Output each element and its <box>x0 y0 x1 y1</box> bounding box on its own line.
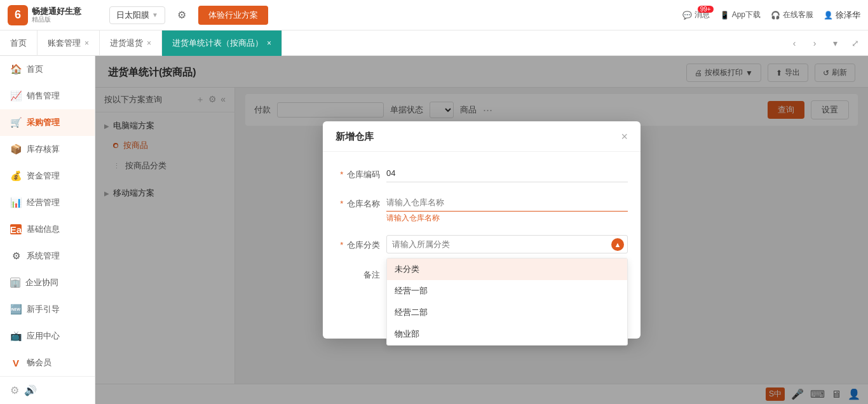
category-arrow-icon[interactable]: ▲ <box>611 238 624 251</box>
sidebar-item-basic-label: 基础信息 <box>27 224 60 235</box>
sidebar: 🏠 首页 📈 销售管理 🛒 采购管理 📦 库存核算 💰 资金管理 📊 经营管理 … <box>0 56 95 404</box>
sidebar-item-system[interactable]: ⚙ 系统管理 <box>0 243 95 269</box>
form-row-name: * 仓库名称 请输入仓库名称 <box>336 194 628 224</box>
store-name: 日太阳膜 <box>116 10 149 21</box>
name-input[interactable] <box>386 194 628 212</box>
message-button[interactable]: 💬 99+ 消息 <box>682 10 710 20</box>
modal-body: * 仓库编码 * 仓库名称 <box>323 152 641 300</box>
sidebar-item-inventory[interactable]: 📦 库存核算 <box>0 136 95 163</box>
home-icon: 🏠 <box>10 64 22 75</box>
inventory-icon: 📦 <box>10 144 22 155</box>
sidebar-item-finance-label: 资金管理 <box>27 170 60 182</box>
tab-controls: ‹ › ▾ ⤢ <box>784 33 868 53</box>
tab-menu-button[interactable]: ▾ <box>825 33 845 53</box>
notes-label: 备注 <box>336 265 386 281</box>
vip-icon: V <box>10 358 22 368</box>
tab-purchase-stat-close[interactable]: × <box>267 39 271 48</box>
dropdown-item-0[interactable]: 未分类 <box>387 259 627 280</box>
phone-icon: 📱 <box>720 11 729 20</box>
sidebar-item-basic[interactable]: Ea 基础信息 <box>0 216 95 243</box>
appcenter-icon: 📺 <box>10 330 22 342</box>
name-label: * 仓库名称 <box>336 194 386 210</box>
category-input[interactable] <box>386 235 628 253</box>
dropdown-item-3[interactable]: 物业部 <box>387 323 627 345</box>
sidebar-item-appcenter[interactable]: 📺 应用中心 <box>0 323 95 349</box>
tab-purchase-return-label: 进货退货 <box>110 37 143 49</box>
store-arrow-icon: ▼ <box>152 11 158 18</box>
settings-icon[interactable]: ⚙ <box>172 5 192 25</box>
purchase-icon: 🛒 <box>10 117 22 128</box>
app-download-label: App下载 <box>732 10 761 20</box>
user-avatar-icon: 👤 <box>824 11 833 20</box>
sidebar-item-guide-label: 新手引导 <box>27 304 60 315</box>
sales-icon: 📈 <box>10 90 22 102</box>
user-menu[interactable]: 👤 徐泽华 <box>824 10 860 21</box>
online-service-label: 在线客服 <box>783 10 813 20</box>
form-row-code: * 仓库编码 <box>336 165 628 182</box>
tab-fullscreen-button[interactable]: ⤢ <box>845 33 865 53</box>
sidebar-item-sales[interactable]: 📈 销售管理 <box>0 83 95 109</box>
tab-account-label: 账套管理 <box>48 37 81 49</box>
basic-info-icon: Ea <box>10 224 22 234</box>
finance-icon: 💰 <box>10 170 22 182</box>
sidebar-item-collab-label: 企业协同 <box>25 277 58 288</box>
tab-purchase-stat[interactable]: 进货单统计表（按商品） × <box>162 30 282 56</box>
guide-icon: 🆕 <box>10 304 22 315</box>
message-icon: 💬 <box>682 11 692 20</box>
code-label: * 仓库编码 <box>336 165 386 180</box>
sidebar-item-collab[interactable]: 🏢 企业协同 <box>0 269 95 296</box>
top-right-area: 💬 99+ 消息 📱 App下载 🎧 在线客服 👤 徐泽华 <box>682 10 860 21</box>
code-input[interactable] <box>386 165 628 182</box>
dropdown-item-1[interactable]: 经营一部 <box>387 280 627 302</box>
dropdown-item-2[interactable]: 经营二部 <box>387 302 627 323</box>
tab-prev-button[interactable]: ‹ <box>784 33 804 53</box>
code-field <box>386 165 628 182</box>
sidebar-item-operation[interactable]: 📊 经营管理 <box>0 189 95 216</box>
sidebar-item-system-label: 系统管理 <box>27 250 60 262</box>
audio-icon[interactable]: 🔊 <box>24 384 37 396</box>
form-row-category: * 仓库分类 ▲ 未分类 经营一部 经 <box>336 235 628 253</box>
sidebar-item-operation-label: 经营管理 <box>27 197 60 208</box>
store-selector[interactable]: 日太阳膜 ▼ <box>109 6 165 24</box>
headset-icon: 🎧 <box>771 11 780 20</box>
trial-button[interactable]: 体验行业方案 <box>198 6 268 25</box>
sidebar-item-guide[interactable]: 🆕 新手引导 <box>0 296 95 323</box>
settings-bottom-icon[interactable]: ⚙ <box>10 384 19 396</box>
sidebar-item-vip[interactable]: V 畅会员 <box>0 349 95 376</box>
sidebar-item-vip-label: 畅会员 <box>27 357 51 368</box>
sidebar-item-appcenter-label: 应用中心 <box>27 330 60 342</box>
sidebar-item-finance[interactable]: 💰 资金管理 <box>0 163 95 189</box>
sidebar-item-purchase-label: 采购管理 <box>27 117 60 128</box>
main-layout: 🏠 首页 📈 销售管理 🛒 采购管理 📦 库存核算 💰 资金管理 📊 经营管理 … <box>0 56 868 404</box>
collab-icon: 🏢 <box>10 278 20 288</box>
top-bar: 6 畅捷通好生意 精品版 日太阳膜 ▼ ⚙ 体验行业方案 💬 99+ 消息 📱 … <box>0 0 868 30</box>
tab-purchase-return-close[interactable]: × <box>147 39 151 48</box>
tab-home-label: 首页 <box>10 37 27 49</box>
sidebar-bottom: ⚙ 🔊 <box>0 376 95 404</box>
category-dropdown: 未分类 经营一部 经营二部 物业部 <box>386 258 628 346</box>
system-icon: ⚙ <box>10 250 22 262</box>
logo-text: 畅捷通好生意 精品版 <box>32 6 81 24</box>
modal-close-button[interactable]: × <box>621 130 628 144</box>
name-field: 请输入仓库名称 <box>386 194 628 224</box>
logo-sub: 精品版 <box>32 16 81 24</box>
tab-account[interactable]: 账套管理 × <box>37 30 100 56</box>
app-download-button[interactable]: 📱 App下载 <box>720 10 761 20</box>
sidebar-item-home[interactable]: 🏠 首页 <box>0 56 95 83</box>
modal-overlay[interactable]: 新增仓库 × * 仓库编码 <box>95 56 868 404</box>
content-area: 进货单统计(按商品) 🖨 按模板打印 ▼ ⬆ 导出 ↺ 刷新 <box>95 56 868 404</box>
online-service-button[interactable]: 🎧 在线客服 <box>771 10 813 20</box>
tab-home[interactable]: 首页 <box>0 30 37 56</box>
sidebar-item-sales-label: 销售管理 <box>27 90 60 102</box>
category-label: * 仓库分类 <box>336 235 386 251</box>
logo-area: 6 畅捷通好生意 精品版 <box>8 5 103 25</box>
tab-account-close[interactable]: × <box>85 39 89 48</box>
name-error-msg: 请输入仓库名称 <box>386 213 628 224</box>
operation-icon: 📊 <box>10 197 22 208</box>
tab-next-button[interactable]: › <box>804 33 825 53</box>
modal-header: 新增仓库 × <box>323 121 641 152</box>
sidebar-item-purchase[interactable]: 🛒 采购管理 <box>0 109 95 136</box>
tab-purchase-return[interactable]: 进货退货 × <box>100 30 162 56</box>
category-field: ▲ 未分类 经营一部 经营二部 物业部 <box>386 235 628 253</box>
category-select-wrap: ▲ <box>386 235 628 253</box>
